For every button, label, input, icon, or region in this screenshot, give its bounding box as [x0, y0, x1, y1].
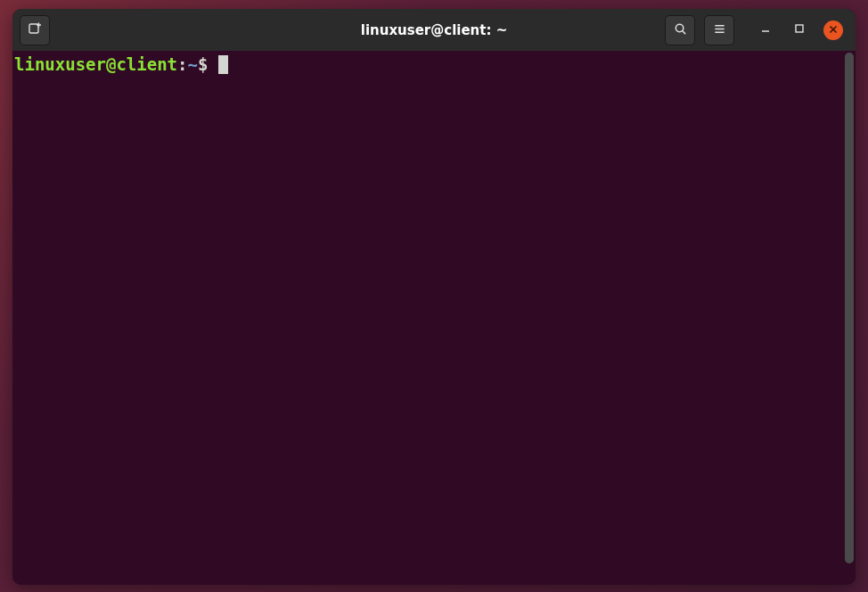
prompt-separator: :	[177, 54, 187, 74]
prompt-path: ~	[187, 54, 197, 74]
svg-rect-9	[796, 25, 803, 32]
terminal-body[interactable]: linuxuser@client:~$	[12, 51, 856, 585]
terminal-cursor	[218, 55, 228, 74]
menu-button[interactable]	[704, 15, 734, 45]
new-tab-button[interactable]	[20, 15, 50, 45]
scrollbar[interactable]	[845, 53, 854, 563]
maximize-button[interactable]	[790, 21, 809, 40]
prompt-line: linuxuser@client:~$	[14, 54, 843, 74]
svg-point-3	[676, 24, 683, 31]
close-button[interactable]	[823, 21, 843, 40]
hamburger-icon	[713, 22, 726, 38]
search-button[interactable]	[665, 15, 695, 45]
window-controls	[750, 21, 848, 40]
terminal-content: linuxuser@client:~$	[14, 54, 843, 583]
svg-line-4	[682, 30, 684, 33]
prompt-symbol: $	[198, 54, 208, 74]
close-icon	[829, 23, 838, 37]
search-icon	[674, 22, 687, 38]
maximize-icon	[794, 23, 805, 37]
titlebar-right	[665, 15, 848, 45]
new-tab-icon	[28, 21, 42, 38]
terminal-window: linuxuser@client: ~	[12, 9, 856, 585]
titlebar-action-group	[665, 15, 734, 45]
minimize-button[interactable]	[756, 21, 775, 40]
titlebar: linuxuser@client: ~	[12, 9, 856, 51]
minimize-icon	[760, 23, 771, 37]
prompt-user-host: linuxuser@client	[14, 54, 177, 74]
titlebar-left	[20, 15, 50, 45]
